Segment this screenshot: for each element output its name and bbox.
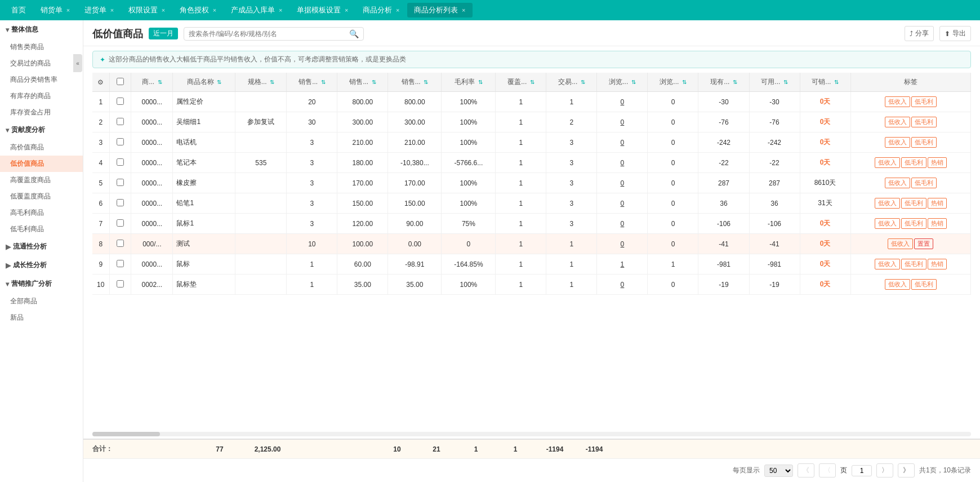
search-input[interactable]: [189, 30, 347, 38]
nav-role[interactable]: 角色授权 ×: [173, 3, 223, 17]
row-select-checkbox[interactable]: [117, 280, 124, 288]
row-select-checkbox[interactable]: [117, 98, 124, 105]
row-select-checkbox[interactable]: [117, 158, 124, 166]
spec-column-header[interactable]: 规格... ⇅: [235, 73, 287, 92]
browse-link[interactable]: 0: [621, 159, 625, 167]
sidebar-item-low-value[interactable]: 低价值商品: [0, 156, 83, 172]
row-browse1[interactable]: 0: [597, 92, 648, 112]
nav-close-template[interactable]: ×: [345, 7, 348, 14]
first-page-btn[interactable]: 《: [798, 463, 814, 477]
row-browse1[interactable]: 0: [597, 214, 648, 234]
sidebar-item-high-value[interactable]: 高价值商品: [0, 139, 83, 156]
sellable-column-header[interactable]: 可销... ⇅: [800, 73, 850, 92]
row-select-checkbox[interactable]: [117, 199, 124, 206]
current-column-header[interactable]: 现有... ⇅: [698, 73, 749, 92]
row-browse1[interactable]: 0: [597, 193, 648, 214]
row-select-checkbox[interactable]: [117, 240, 124, 247]
sidebar-item-sales-goods[interactable]: 销售类商品: [0, 39, 83, 55]
browse-link[interactable]: 1: [621, 260, 625, 268]
row-checkbox[interactable]: [109, 112, 131, 132]
search-icon[interactable]: 🔍: [349, 29, 359, 38]
sidebar-section-overall[interactable]: ▾ 整体信息: [0, 20, 83, 39]
nav-home[interactable]: 首页: [5, 3, 33, 17]
row-select-checkbox[interactable]: [117, 138, 124, 145]
browse-link[interactable]: 0: [621, 200, 625, 207]
row-browse1[interactable]: 0: [597, 153, 648, 173]
browse2-column-header[interactable]: 浏览... ⇅: [648, 73, 698, 92]
nav-analysis-list[interactable]: 商品分析列表 ×: [407, 3, 472, 17]
qty-column-header[interactable]: 销售... ⇅: [287, 73, 337, 92]
nav-close-analysis[interactable]: ×: [396, 7, 399, 14]
sidebar-item-high-margin[interactable]: 高毛利商品: [0, 205, 83, 221]
row-checkbox[interactable]: [109, 92, 131, 112]
cover-column-header[interactable]: 覆盖... ⇅: [496, 73, 546, 92]
browse-link[interactable]: 0: [621, 281, 625, 289]
export-button[interactable]: ⬆ 导出: [939, 26, 971, 41]
nav-close-purchase[interactable]: ×: [110, 7, 114, 14]
browse-link[interactable]: 0: [621, 139, 625, 147]
sidebar-item-category-rate[interactable]: 商品分类销售率: [0, 72, 83, 88]
sidebar-collapse-btn[interactable]: «: [73, 54, 82, 72]
nav-product-in[interactable]: 产成品入库单 ×: [224, 3, 289, 17]
next-page-btn[interactable]: 〉: [876, 463, 893, 477]
share-button[interactable]: ⤴ 分享: [905, 26, 934, 41]
nav-close-permission[interactable]: ×: [162, 7, 165, 14]
nav-template[interactable]: 单据模板设置 ×: [290, 3, 355, 17]
trade-column-header[interactable]: 交易... ⇅: [546, 73, 597, 92]
browse1-column-header[interactable]: 浏览... ⇅: [597, 73, 648, 92]
margin-column-header[interactable]: 毛利率 ⇅: [442, 73, 496, 92]
browse-link[interactable]: 0: [621, 240, 625, 248]
sidebar-section-circulation[interactable]: ▶ 流通性分析: [0, 237, 83, 256]
select-all-checkbox[interactable]: [117, 78, 124, 85]
browse-link[interactable]: 0: [621, 179, 625, 187]
row-browse1[interactable]: 0: [597, 275, 648, 295]
sidebar-item-traded-goods[interactable]: 交易过的商品: [0, 55, 83, 72]
horizontal-scrollbar[interactable]: [92, 432, 971, 436]
checkbox-column-header[interactable]: [109, 73, 131, 92]
row-browse1[interactable]: 1: [597, 254, 648, 275]
nav-close-product-in[interactable]: ×: [279, 7, 282, 14]
nav-close-analysis-list[interactable]: ×: [462, 7, 465, 14]
row-checkbox[interactable]: [109, 254, 131, 275]
sidebar-section-contribution[interactable]: ▾ 贡献度分析: [0, 121, 83, 139]
row-browse1[interactable]: 0: [597, 234, 648, 254]
sidebar-item-high-coverage[interactable]: 高覆盖度商品: [0, 172, 83, 188]
sidebar-section-marketing[interactable]: ▾ 营销推广分析: [0, 275, 83, 293]
sidebar-item-low-margin[interactable]: 低毛利商品: [0, 221, 83, 237]
row-checkbox[interactable]: [109, 132, 131, 153]
row-checkbox[interactable]: [109, 234, 131, 254]
name-column-header[interactable]: 商品名称 ⇅: [173, 73, 235, 92]
price2-column-header[interactable]: 销售... ⇅: [388, 73, 442, 92]
nav-purchase[interactable]: 进货单 ×: [78, 3, 121, 17]
sidebar-section-growth[interactable]: ▶ 成长性分析: [0, 256, 83, 275]
row-checkbox[interactable]: [109, 214, 131, 234]
browse-link[interactable]: 0: [621, 220, 625, 228]
row-checkbox[interactable]: [109, 193, 131, 214]
page-size-select[interactable]: 50 100 200: [764, 465, 793, 477]
row-checkbox[interactable]: [109, 173, 131, 193]
row-checkbox[interactable]: [109, 153, 131, 173]
row-browse1[interactable]: 0: [597, 132, 648, 153]
sidebar-item-new-goods[interactable]: 新品: [0, 309, 83, 326]
row-select-checkbox[interactable]: [117, 118, 124, 125]
scrollbar-thumb[interactable]: [92, 432, 160, 436]
row-browse1[interactable]: 0: [597, 112, 648, 132]
nav-permission[interactable]: 权限设置 ×: [122, 3, 172, 17]
row-select-checkbox[interactable]: [117, 179, 124, 186]
row-checkbox[interactable]: [109, 275, 131, 295]
settings-column-header[interactable]: ⚙: [92, 73, 109, 92]
sidebar-item-low-coverage[interactable]: 低覆盖度商品: [0, 188, 83, 205]
price1-column-header[interactable]: 销售... ⇅: [337, 73, 388, 92]
row-select-checkbox[interactable]: [117, 219, 124, 227]
page-input[interactable]: [852, 465, 872, 476]
nav-close-role[interactable]: ×: [213, 7, 216, 14]
filter-btn[interactable]: 近一月: [149, 28, 178, 39]
sidebar-item-all-goods[interactable]: 全部商品: [0, 293, 83, 309]
sidebar-item-stock-goods[interactable]: 有库存的商品: [0, 88, 83, 104]
nav-analysis[interactable]: 商品分析 ×: [356, 3, 406, 17]
code-column-header[interactable]: 商... ⇅: [131, 73, 173, 92]
nav-sales[interactable]: 销货单 ×: [34, 3, 77, 17]
browse-link[interactable]: 0: [621, 118, 625, 126]
available-column-header[interactable]: 可用... ⇅: [749, 73, 800, 92]
sidebar-item-stock-capital[interactable]: 库存资金占用: [0, 104, 83, 121]
